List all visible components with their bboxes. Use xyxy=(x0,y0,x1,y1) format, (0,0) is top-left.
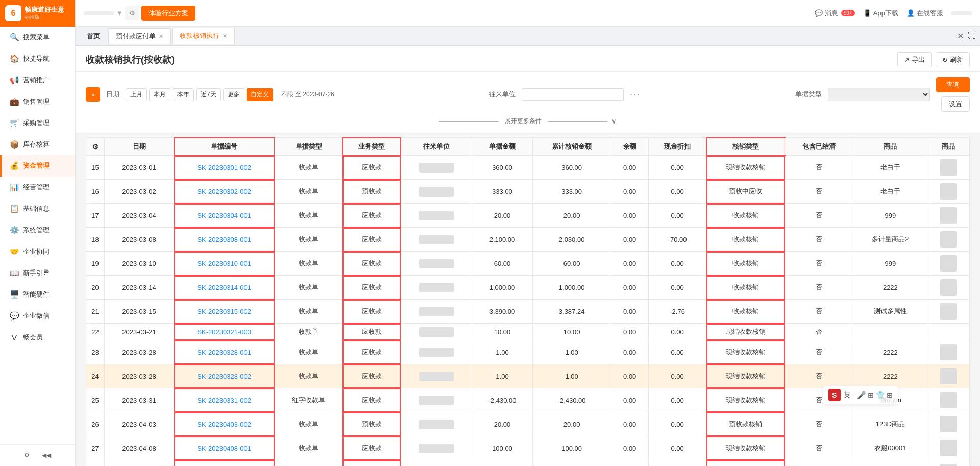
settings-icon[interactable]: ⚙ xyxy=(125,6,139,20)
sidebar-item-4[interactable]: 🛒采购管理 xyxy=(0,112,75,134)
bill-no-link[interactable]: SK-20230321-003 xyxy=(197,328,251,336)
sidebar-item-3[interactable]: 💼销售管理 xyxy=(0,91,75,112)
cell-goods1: 多计量商品2 xyxy=(853,228,927,252)
last-7days-btn[interactable]: 近7天 xyxy=(196,88,221,101)
sidebar-item-7[interactable]: 📊经营管理 xyxy=(0,177,75,198)
custom-date-btn[interactable]: 自定义 xyxy=(247,88,273,101)
col-header-partner[interactable]: 往来单位 xyxy=(401,138,472,156)
settings-btn[interactable]: ⚙ xyxy=(19,449,35,462)
sidebar-item-5[interactable]: 📦库存核算 xyxy=(0,134,75,155)
bill-no-link[interactable]: SK-20230331-002 xyxy=(197,397,251,404)
col-header-biz-type[interactable]: 业务类型 xyxy=(342,138,401,156)
col-header-bill-no[interactable]: 单据编号 xyxy=(174,138,275,156)
expand-conditions-btn[interactable]: ————————— 展开更多条件 ————————— ∨ xyxy=(435,115,621,128)
bill-type-label: 单据类型 xyxy=(795,90,822,99)
cell-date: 2023-03-02 xyxy=(105,180,174,204)
export-button[interactable]: ↗ 导出 xyxy=(897,52,932,67)
sidebar-label-4: 采购管理 xyxy=(23,118,50,128)
last-month-btn[interactable]: 上月 xyxy=(126,88,147,101)
col-header-bill-type[interactable]: 单据类型 xyxy=(275,138,343,156)
sidebar-item-10[interactable]: 🤝企业协同 xyxy=(0,241,75,262)
bill-no-link[interactable]: SK-20230328-002 xyxy=(197,373,251,380)
bill-no-link[interactable]: SK-20230304-001 xyxy=(197,212,251,219)
cell-date: 2023-03-01 xyxy=(105,156,174,180)
filter-expand-button[interactable]: » xyxy=(86,87,100,102)
col-header-discount[interactable]: 现金折扣 xyxy=(648,138,706,156)
tab-collection[interactable]: 收款核销执行 ✕ xyxy=(172,28,235,44)
refresh-button[interactable]: ↻ 刷新 xyxy=(936,52,970,67)
sidebar-label-5: 库存核算 xyxy=(23,140,50,149)
online-support-btn[interactable]: 👤 在线客服 xyxy=(906,9,943,18)
sidebar-item-9[interactable]: ⚙️系统管理 xyxy=(0,219,75,241)
cell-verified: 20.00 xyxy=(532,204,611,228)
cell-balance: 0.00 xyxy=(611,300,648,324)
col-header-balance[interactable]: 余额 xyxy=(611,138,648,156)
cell-discount: 0.00 xyxy=(648,252,706,276)
bill-no-link[interactable]: SK-20230403-002 xyxy=(197,421,251,428)
bill-no-link[interactable]: SK-20230302-002 xyxy=(197,188,251,195)
tab-collection-close[interactable]: ✕ xyxy=(223,33,227,39)
bill-no-link[interactable]: SK-20230308-001 xyxy=(197,236,251,243)
sidebar-item-6[interactable]: 💰资金管理 xyxy=(0,155,75,177)
col-header-included[interactable]: 包含已结清 xyxy=(785,138,853,156)
tab-prepay[interactable]: 预付款应付单 ✕ xyxy=(108,28,171,44)
bill-type-select[interactable] xyxy=(828,88,930,101)
maximize-btn[interactable]: ⛶ xyxy=(968,31,976,41)
solution-button[interactable]: 体验行业方案 xyxy=(141,6,195,21)
col-header-date[interactable]: 日期 xyxy=(105,138,174,156)
cell-goods1: 2222 xyxy=(853,276,927,300)
col-header-amount[interactable]: 单据金额 xyxy=(472,138,532,156)
this-year-btn[interactable]: 本年 xyxy=(173,88,194,101)
col-header-goods1[interactable]: 商品 xyxy=(853,138,927,156)
sidebar-item-0[interactable]: 🔍搜索菜单 xyxy=(0,27,75,48)
bill-no-link[interactable]: SK-20230301-002 xyxy=(197,164,251,171)
more-date-btn[interactable]: 更多 xyxy=(223,88,244,101)
col-header-goods2[interactable]: 商品 xyxy=(927,138,970,156)
sidebar-item-13[interactable]: 💬企业微信 xyxy=(0,305,75,327)
cell-bill-no: SK-20230408-001 xyxy=(174,436,275,460)
sidebar-icon-10: 🤝 xyxy=(10,247,19,256)
cell-partner: ████ xyxy=(401,412,472,436)
cell-no: 21 xyxy=(86,300,105,324)
col-header-gear[interactable]: ⚙ xyxy=(86,138,105,156)
cell-no: 17 xyxy=(86,204,105,228)
cell-bill-no: SK-20230321-003 xyxy=(174,324,275,340)
bill-no-link[interactable]: SK-20230310-001 xyxy=(197,260,251,267)
sidebar-item-12[interactable]: 🖥️智能硬件 xyxy=(0,284,75,305)
expand-icon: » xyxy=(91,91,94,99)
col-header-verify-type[interactable]: 核销类型 xyxy=(706,138,785,156)
this-month-btn[interactable]: 本月 xyxy=(149,88,170,101)
partner-input[interactable] xyxy=(522,88,624,101)
sidebar-item-14[interactable]: V畅会员 xyxy=(0,327,75,348)
tab-home[interactable]: 首页 xyxy=(80,29,107,44)
sidebar-item-8[interactable]: 📋基础信息 xyxy=(0,198,75,219)
sidebar-label-8: 基础信息 xyxy=(23,204,50,213)
bill-no-link[interactable]: SK-20230328-001 xyxy=(197,349,251,356)
bill-no-link[interactable]: SK-20230408-001 xyxy=(197,445,251,452)
cell-discount: 0.00 xyxy=(648,460,706,467)
cell-goods1: 999 xyxy=(853,252,927,276)
messages-btn[interactable]: 💬 消息 99+ xyxy=(815,9,855,18)
bill-no-link[interactable]: SK-20230314-001 xyxy=(197,284,251,291)
cell-partner: ████ xyxy=(401,388,472,412)
cell-biz-type: 应收款 xyxy=(342,252,401,276)
collapse-btn[interactable]: ◀◀ xyxy=(37,449,56,462)
sidebar-item-2[interactable]: 📢营销推广 xyxy=(0,69,75,91)
cell-bill-type: 收款单 xyxy=(275,204,343,228)
close-tab-btn[interactable]: ✕ xyxy=(957,31,964,41)
setting-button[interactable]: 设置 xyxy=(941,96,970,112)
cell-goods2 xyxy=(927,180,970,204)
query-button[interactable]: 查询 xyxy=(936,77,970,92)
cell-verified: -2,430.00 xyxy=(532,388,611,412)
table-row: 24 2023-03-28 SK-20230328-002 收款单 应收款 ██… xyxy=(86,364,970,388)
bill-no-link[interactable]: SK-20230315-002 xyxy=(197,308,251,315)
app-download-btn[interactable]: 📱 App下载 xyxy=(863,9,898,18)
cell-verified: 1.00 xyxy=(532,364,611,388)
col-header-verified[interactable]: 累计核销金额 xyxy=(532,138,611,156)
tab-prepay-close[interactable]: ✕ xyxy=(159,33,163,40)
cell-biz-type: 应收款 xyxy=(342,324,401,340)
sidebar-item-11[interactable]: 📖新手引导 xyxy=(0,262,75,284)
sidebar-item-1[interactable]: 🏠快捷导航 xyxy=(0,48,75,69)
cell-verified: 100.00 xyxy=(532,460,611,467)
cell-included: 否 xyxy=(785,340,853,364)
